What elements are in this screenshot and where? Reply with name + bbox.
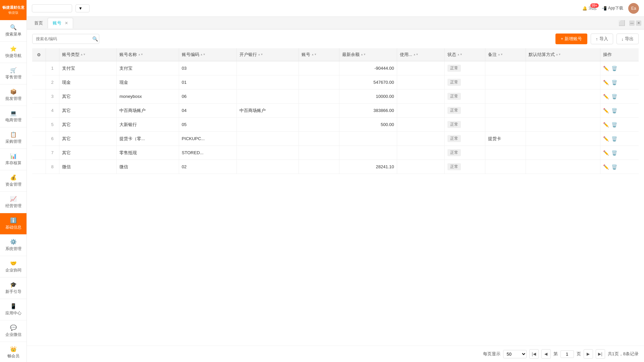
th-name[interactable]: 账号名称 ▲▼ [117,48,179,61]
sidebar-item-enterprise[interactable]: 🤝 企业协同 [0,256,26,278]
delete-button[interactable]: 🗑️ [611,122,617,127]
header-dropdown[interactable]: ▼ [75,4,90,12]
window-minimize-button[interactable]: — [629,20,635,26]
window-restore-button[interactable]: ⬜ [616,20,628,26]
box-icon: 📦 [10,88,17,95]
sidebar-item-label: 快捷导航 [5,53,21,59]
tab-home[interactable]: 首页 [30,18,48,28]
th-gear[interactable]: ⚙ [32,48,46,61]
edit-button[interactable]: ✏️ [603,150,609,156]
th-default-settlement[interactable]: 默认结算方式 ▲▼ [526,48,600,61]
edit-button[interactable]: ✏️ [603,94,609,99]
row-gear-cell [32,146,46,160]
window-close-button[interactable]: ✕ [636,20,641,26]
row-default-settlement [526,146,600,160]
money-icon: 💰 [10,174,17,181]
delete-button[interactable]: 🗑️ [611,80,617,85]
row-code: 05 [179,118,236,132]
sidebar-item-wholesale[interactable]: 📦 批发管理 [0,84,26,106]
row-code: STORED... [179,146,236,160]
app-download-button[interactable]: 📲 App下载 [602,5,623,11]
row-type: 其它 [59,104,117,118]
prev-page-button[interactable]: ◀ [541,349,551,359]
sidebar-item-enterprise-wechat[interactable]: 💬 企业微信 [0,320,26,342]
edit-button[interactable]: ✏️ [603,108,609,113]
edit-button[interactable]: ✏️ [603,164,609,170]
status-badge: 正常 [447,163,461,170]
row-account-no [299,118,339,132]
delete-button[interactable]: 🗑️ [611,108,617,113]
account-search-input[interactable] [33,35,90,43]
search-submit-button[interactable]: 🔍 [90,34,99,44]
sidebar-item-guide[interactable]: 🎓 新手引导 [0,278,26,299]
page-size-select[interactable]: 50 10 20 100 [503,350,527,358]
table-row: 1 支付宝 支付宝 03 -90444.00 正常 ✏️ 🗑️ [32,61,639,75]
th-remark[interactable]: 备注 ▲▼ [485,48,526,61]
th-bank[interactable]: 开户银行 ▲▼ [236,48,299,61]
sidebar-item-search[interactable]: 🔍 搜索菜单 [0,20,26,42]
add-account-button[interactable]: + 新增账号 [555,34,587,44]
th-account-no[interactable]: 账号 ▲▼ [299,48,339,61]
th-type[interactable]: 账号类型 ▲▼ [59,48,117,61]
sidebar-item-operation[interactable]: 📈 经营管理 [0,192,26,213]
sidebar-item-basic-info[interactable]: ℹ️ 基础信息 [0,213,26,235]
message-button[interactable]: 🔔 消息 99+ [582,5,597,11]
row-actions: ✏️ 🗑️ [600,132,639,146]
sidebar-item-label: 采购管理 [5,139,21,144]
row-code: 04 [179,104,236,118]
sort-arrows-bank: ▲▼ [258,53,263,56]
delete-button[interactable]: 🗑️ [611,136,617,141]
import-button[interactable]: ↑ 导入 [591,34,613,44]
tab-close-icon[interactable]: ✕ [65,21,68,25]
export-label: 导出 [625,36,634,42]
graduation-icon: 🎓 [10,282,17,288]
sidebar-item-label: 系统管理 [5,246,21,252]
sidebar-item-purchase[interactable]: 📋 采购管理 [0,127,26,149]
status-badge: 正常 [447,149,461,156]
header-search-input[interactable] [32,4,72,12]
edit-button[interactable]: ✏️ [603,80,609,85]
info-icon: ℹ️ [10,217,17,224]
sidebar-item-label: 零售管理 [5,74,21,80]
export-button[interactable]: ↓ 导出 [616,34,639,44]
th-usage[interactable]: 使用... ▲▼ [397,48,444,61]
edit-button[interactable]: ✏️ [603,122,609,127]
sidebar-item-app-center[interactable]: 📱 应用中心 [0,299,26,320]
sidebar-item-retail[interactable]: 🛒 零售管理 [0,63,26,84]
th-balance[interactable]: 最新余额 ▲▼ [339,48,397,61]
toolbar-left: 🔍 [32,34,99,44]
sidebar-item-quick-nav[interactable]: ⭐ 快捷导航 [0,42,26,63]
first-page-button[interactable]: |◀ [529,349,539,359]
row-bank [236,75,299,89]
page-number-input[interactable] [560,350,574,358]
last-page-button[interactable]: ▶| [596,349,605,359]
next-page-button[interactable]: ▶ [584,349,593,359]
edit-button[interactable]: ✏️ [603,66,609,71]
th-code[interactable]: 账号编码 ▲▼ [179,48,236,61]
sidebar-item-label: 企业微信 [5,332,21,338]
delete-button[interactable]: 🗑️ [611,164,617,170]
sidebar-item-capital[interactable]: 💰 资金管理 [0,170,26,192]
delete-button[interactable]: 🗑️ [611,94,617,99]
row-num: 6 [46,132,59,146]
delete-button[interactable]: 🗑️ [611,66,617,71]
row-actions: ✏️ 🗑️ [600,75,639,89]
sidebar-item-ecommerce[interactable]: 💻 电商管理 [0,106,26,127]
row-name: 提货卡（零... [117,132,179,146]
delete-button[interactable]: 🗑️ [611,150,617,156]
header-left: ▼ [32,4,90,12]
row-type: 其它 [59,146,117,160]
logo-sub: 畅捷版 [8,10,18,15]
th-status[interactable]: 状态 ▲▼ [444,48,485,61]
row-balance: 383866.00 [339,104,397,118]
th-bank-label: 开户银行 [239,52,257,58]
sidebar-item-system[interactable]: ⚙️ 系统管理 [0,235,26,256]
row-default-settlement [526,61,600,75]
sidebar-item-member[interactable]: 👑 畅会员 [0,342,26,362]
tab-account[interactable]: 账号 ✕ [48,18,73,28]
sort-arrows-balance: ▲▼ [361,53,366,56]
avatar[interactable]: Ea [628,3,639,14]
edit-button[interactable]: ✏️ [603,136,609,141]
laptop-icon: 💻 [10,110,17,116]
sidebar-item-inventory[interactable]: 📊 库存核算 [0,149,26,170]
